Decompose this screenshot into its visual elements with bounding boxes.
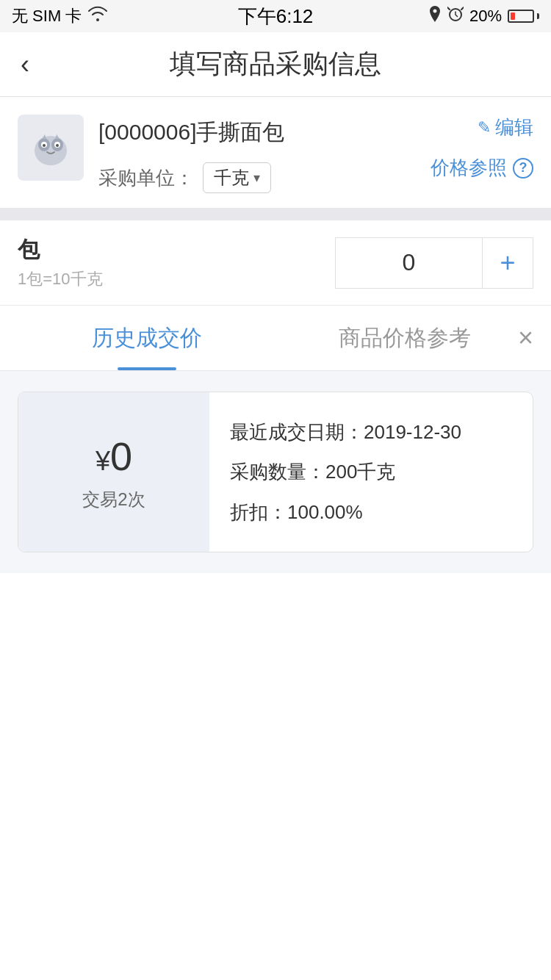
status-left: 无 SIM 卡: [12, 5, 108, 27]
transactions-count: 交易2次: [82, 488, 145, 511]
page-title: 填写商品采购信息: [170, 46, 381, 82]
status-right: 20%: [428, 6, 539, 26]
carrier-label: 无 SIM 卡: [12, 5, 82, 27]
location-icon: [428, 6, 442, 26]
currency-symbol: ¥: [96, 446, 110, 476]
quantity-unit: 包: [18, 235, 103, 265]
status-time: 下午6:12: [238, 4, 314, 29]
discount-value: 100.00%: [287, 501, 363, 523]
battery-percent: 20%: [469, 7, 502, 26]
tab-historical-price[interactable]: 历史成交价: [18, 306, 276, 370]
tab2-label: 商品价格参考: [339, 323, 471, 353]
product-card: [0000006]手撕面包 采购单位： 千克 ▾ ✎ 编辑 价格参照 ?: [0, 97, 551, 209]
svg-point-7: [56, 144, 59, 147]
purchase-qty-value: 200千克: [325, 461, 395, 483]
unit-selector[interactable]: 千克 ▾: [203, 162, 271, 193]
tab-product-price-reference[interactable]: 商品价格参考: [276, 306, 533, 370]
svg-point-6: [43, 144, 46, 147]
battery-indicator: [508, 10, 539, 23]
status-bar: 无 SIM 卡 下午6:12 20%: [0, 0, 551, 32]
purchase-qty-label: 采购数量：: [230, 461, 325, 483]
back-button[interactable]: ‹: [21, 49, 29, 80]
quantity-input-block: +: [335, 237, 533, 289]
quantity-conversion: 1包=10千克: [18, 268, 103, 290]
svg-point-1: [35, 136, 67, 165]
unit-value: 千克: [214, 166, 249, 190]
tab-active-indicator: [118, 367, 176, 370]
price-reference-button[interactable]: 价格参照 ?: [431, 155, 533, 181]
price-card-left: ¥0 交易2次: [18, 392, 209, 552]
quantity-plus-button[interactable]: +: [482, 237, 533, 289]
tab-bar: 历史成交价 商品价格参考 ×: [0, 306, 551, 371]
edit-icon: ✎: [478, 118, 491, 137]
price-area: ¥0 交易2次 最近成交日期：2019-12-30 采购数量：200千克 折扣：…: [0, 371, 551, 573]
wifi-icon: [87, 6, 108, 26]
purchase-qty-row: 采购数量：200千克: [230, 458, 512, 485]
price-card-right: 最近成交日期：2019-12-30 采购数量：200千克 折扣：100.00%: [209, 392, 533, 552]
product-top-row: [0000006]手撕面包 采购单位： 千克 ▾ ✎ 编辑 价格参照 ?: [18, 115, 533, 193]
discount-row: 折扣：100.00%: [230, 499, 512, 525]
tab1-label: 历史成交价: [92, 323, 202, 353]
alarm-icon: [447, 6, 464, 26]
quantity-row: 包 1包=10千克 +: [0, 220, 551, 306]
product-thumbnail: [18, 115, 84, 181]
quantity-label: 包 1包=10千克: [18, 235, 103, 290]
edit-button[interactable]: ✎ 编辑: [478, 115, 533, 140]
recent-date-value: 2019-12-30: [364, 421, 461, 443]
section-divider: [0, 209, 551, 220]
help-icon: ?: [513, 158, 533, 179]
discount-label: 折扣：: [230, 501, 287, 523]
product-info: [0000006]手撕面包 采购单位： 千克 ▾: [98, 115, 284, 193]
edit-label: 编辑: [495, 115, 533, 140]
product-name: [0000006]手撕面包: [98, 118, 284, 148]
price-ref-label: 价格参照: [431, 155, 507, 181]
price-value: 0: [110, 434, 132, 478]
recent-date-row: 最近成交日期：2019-12-30: [230, 419, 512, 445]
unit-label: 采购单位：: [98, 165, 194, 191]
bottom-area: [0, 573, 551, 980]
price-card: ¥0 交易2次 最近成交日期：2019-12-30 采购数量：200千克 折扣：…: [18, 392, 533, 552]
dropdown-arrow-icon: ▾: [253, 170, 260, 186]
quantity-input[interactable]: [335, 237, 482, 289]
recent-date-label: 最近成交日期：: [230, 421, 364, 443]
price-amount: ¥0: [96, 433, 132, 479]
page-header: ‹ 填写商品采购信息: [0, 32, 551, 97]
product-unit-row: 采购单位： 千克 ▾: [98, 162, 284, 193]
product-right: ✎ 编辑 价格参照 ?: [431, 115, 533, 181]
product-left: [0000006]手撕面包 采购单位： 千克 ▾: [18, 115, 284, 193]
close-button[interactable]: ×: [518, 323, 533, 353]
